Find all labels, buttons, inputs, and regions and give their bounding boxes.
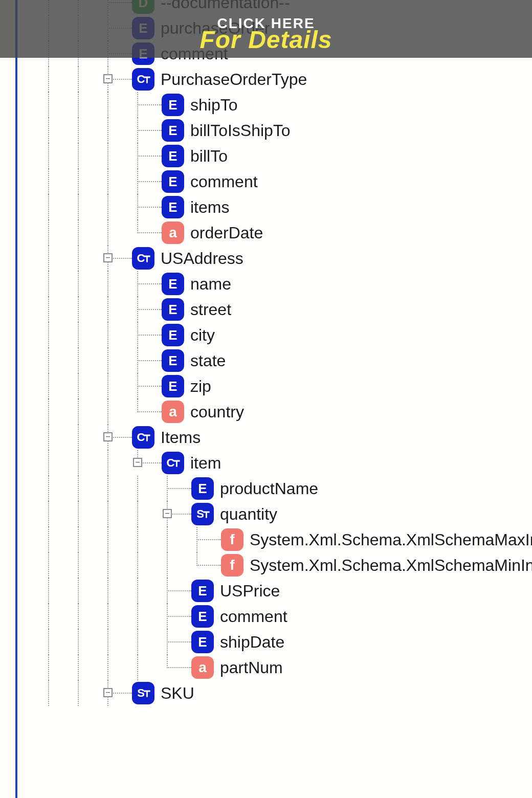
- ct-icon: Cᴛ: [132, 426, 154, 449]
- e-icon: E: [162, 298, 184, 321]
- e-icon: E: [162, 324, 184, 346]
- tree-node-label: billTo: [190, 147, 228, 166]
- tree-node-label: USPrice: [220, 582, 280, 601]
- e-icon: E: [191, 477, 214, 500]
- e-icon: E: [162, 375, 184, 397]
- tree-node-label: street: [190, 300, 231, 319]
- tree-node-purchaseorder[interactable]: EpurchaseOrder: [43, 15, 532, 41]
- tree-node-label: country: [190, 403, 244, 422]
- tree-node-state[interactable]: Estate: [43, 348, 532, 373]
- tree-node-quantity[interactable]: Sᴛquantity: [43, 501, 532, 527]
- tree-node-purchaseordertype[interactable]: CᴛPurchaseOrderType: [43, 66, 532, 92]
- tree-node-street[interactable]: Estreet: [43, 297, 532, 322]
- e-icon: E: [162, 170, 184, 193]
- tree-node-system-xml-schema-xmlschemamaxinclusivefacet[interactable]: fSystem.Xml.Schema.XmlSchemaMaxInclusive…: [43, 527, 532, 552]
- tree-node-shipdate[interactable]: EshipDate: [43, 629, 532, 655]
- e-icon: E: [162, 94, 184, 116]
- ct-icon: Cᴛ: [162, 452, 184, 474]
- tree-panel: D--documentation--EpurchaseOrderEcomment…: [15, 0, 532, 798]
- tree-node-label: partNum: [220, 658, 283, 677]
- tree-node-label: PurchaseOrderType: [161, 70, 307, 89]
- ct-icon: Cᴛ: [132, 68, 154, 91]
- tree-node-billto[interactable]: EbillTo: [43, 143, 532, 169]
- st-icon: Sᴛ: [132, 682, 154, 704]
- tree-node-orderdate[interactable]: aorderDate: [43, 220, 532, 246]
- tree-node-label: quantity: [220, 505, 277, 524]
- tree-node-label: item: [190, 454, 221, 473]
- expander-icon[interactable]: [133, 458, 142, 467]
- e-icon: E: [132, 17, 154, 39]
- tree-node-label: orderDate: [190, 224, 263, 242]
- tree-node--documentation-[interactable]: D--documentation--: [43, 0, 532, 15]
- e-icon: E: [191, 605, 214, 628]
- tree-node-items[interactable]: Eitems: [43, 194, 532, 220]
- tree-node-label: Items: [161, 428, 201, 447]
- f-icon: f: [221, 528, 243, 551]
- tree-node-usprice[interactable]: EUSPrice: [43, 578, 532, 604]
- tree-node-city[interactable]: Ecity: [43, 322, 532, 348]
- tree-node-label: comment: [220, 607, 287, 626]
- tree-node-partnum[interactable]: apartNum: [43, 655, 532, 680]
- e-icon: E: [162, 145, 184, 167]
- tree-node-name[interactable]: Ename: [43, 271, 532, 297]
- tree-node-label: --documentation--: [161, 0, 290, 12]
- expander-icon[interactable]: [103, 688, 113, 697]
- tree-node-zip[interactable]: Ezip: [43, 373, 532, 399]
- tree-node-label: purchaseOrder: [161, 19, 270, 38]
- tree-node-label: state: [190, 351, 226, 370]
- tree-node-productname[interactable]: EproductName: [43, 476, 532, 501]
- tree-node-billtoisshipto[interactable]: EbillToIsShipTo: [43, 118, 532, 143]
- e-icon: E: [162, 273, 184, 295]
- tree-node-label: name: [190, 275, 231, 294]
- tree-node-sku[interactable]: SᴛSKU: [43, 680, 532, 706]
- tree-node-label: shipTo: [190, 96, 238, 115]
- e-icon: E: [162, 196, 184, 218]
- e-icon: E: [162, 349, 184, 372]
- tree-node-label: shipDate: [220, 633, 284, 652]
- e-icon: E: [191, 631, 214, 653]
- tree-node-country[interactable]: acountry: [43, 399, 532, 425]
- st-icon: Sᴛ: [191, 503, 214, 525]
- tree-node-items[interactable]: CᴛItems: [43, 425, 532, 450]
- tree-node-label: comment: [161, 45, 228, 63]
- ct-icon: Cᴛ: [132, 247, 154, 270]
- tree-node-label: billToIsShipTo: [190, 121, 291, 140]
- expander-icon[interactable]: [103, 432, 113, 441]
- expander-icon[interactable]: [103, 253, 113, 262]
- d-icon: D: [132, 0, 154, 14]
- tree-node-label: productName: [220, 479, 318, 498]
- tree-node-label: System.Xml.Schema.XmlSchemaMinInclusiveF…: [250, 556, 532, 575]
- tree-node-shipto[interactable]: EshipTo: [43, 92, 532, 118]
- expander-icon[interactable]: [103, 74, 113, 83]
- tree-node-label: zip: [190, 377, 211, 396]
- tree-node-usaddress[interactable]: CᴛUSAddress: [43, 246, 532, 271]
- tree-node-label: comment: [190, 172, 258, 191]
- tree-node-item[interactable]: Cᴛitem: [43, 450, 532, 476]
- a-icon: a: [191, 656, 214, 679]
- f-icon: f: [221, 554, 243, 577]
- tree-node-label: city: [190, 326, 215, 345]
- a-icon: a: [162, 221, 184, 244]
- tree-node-comment[interactable]: Ecomment: [43, 604, 532, 629]
- tree-node-label: System.Xml.Schema.XmlSchemaMaxInclusiveF…: [250, 530, 532, 549]
- tree-node-label: items: [190, 198, 229, 217]
- e-icon: E: [162, 119, 184, 142]
- tree-node-label: SKU: [161, 684, 194, 703]
- expander-icon[interactable]: [163, 509, 172, 518]
- e-icon: E: [132, 42, 154, 65]
- tree-node-system-xml-schema-xmlschemamininclusivefacet[interactable]: fSystem.Xml.Schema.XmlSchemaMinInclusive…: [43, 552, 532, 578]
- e-icon: E: [191, 580, 214, 602]
- schema-tree: D--documentation--EpurchaseOrderEcomment…: [43, 0, 532, 706]
- tree-node-comment[interactable]: Ecomment: [43, 41, 532, 66]
- tree-node-comment[interactable]: Ecomment: [43, 169, 532, 194]
- tree-node-label: USAddress: [161, 249, 243, 268]
- a-icon: a: [162, 401, 184, 423]
